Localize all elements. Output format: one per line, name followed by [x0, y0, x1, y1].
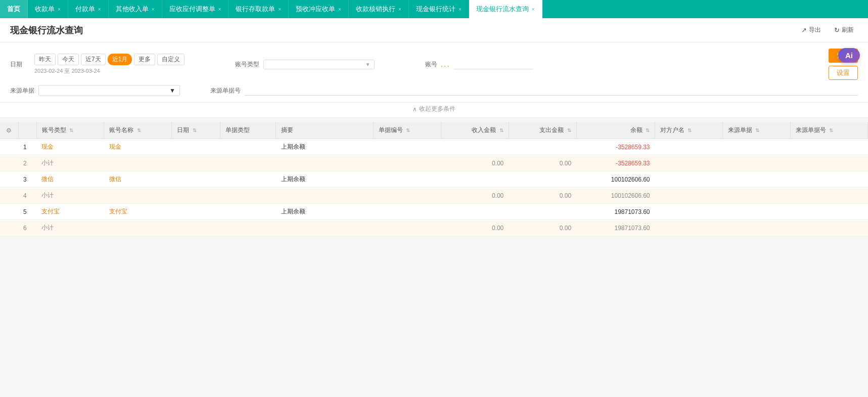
- nav-item-bank-deposit[interactable]: 银行存取款单 ×: [229, 0, 289, 18]
- table-cell: 19871073.60: [576, 220, 655, 236]
- refresh-button[interactable]: ↻ 刷新: [830, 24, 858, 36]
- table-cell: 0.00: [441, 188, 509, 204]
- table-cell: 小计: [36, 155, 104, 171]
- table-cell: [374, 188, 441, 204]
- table-header: ⚙ 账号类型 ⇅ 账号名称 ⇅ 日期 ⇅ 单据类型 摘要: [0, 122, 868, 139]
- account-input[interactable]: [453, 60, 533, 69]
- table-cell: [172, 188, 220, 204]
- column-source-doc[interactable]: 来源单据 ⇅: [722, 122, 790, 139]
- sort-icon: ⇅: [829, 127, 833, 133]
- column-expense[interactable]: 支出金额 ⇅: [509, 122, 576, 139]
- table-cell: [374, 220, 441, 236]
- table-cell: [655, 188, 723, 204]
- table-body: 1现金现金上期余额-3528659.332小计0.000.00-3528659.…: [0, 139, 868, 236]
- table-cell: [104, 220, 172, 236]
- table-cell: [220, 139, 276, 155]
- account-type-select[interactable]: ▼: [263, 60, 375, 69]
- table-cell: [655, 171, 723, 188]
- collapse-button[interactable]: ∧ 收起更多条件: [413, 105, 455, 113]
- export-button[interactable]: ↗ 导出: [797, 24, 825, 36]
- table-cell: [220, 155, 276, 171]
- nav-item-ar-ap-adjust[interactable]: 应收应付调整单 ×: [162, 0, 229, 18]
- close-icon[interactable]: ×: [58, 7, 61, 12]
- table-cell: 100102606.60: [576, 171, 655, 188]
- nav-item-writeoff[interactable]: 收款核销执行 ×: [349, 0, 409, 18]
- column-account-name[interactable]: 账号名称 ⇅: [104, 122, 172, 139]
- date-btn-1month[interactable]: 近1月: [108, 54, 132, 65]
- column-doc-no[interactable]: 单据编号 ⇅: [374, 122, 441, 139]
- sort-icon: ⇅: [137, 127, 141, 133]
- table-cell: [0, 171, 18, 188]
- sort-icon: ⇅: [567, 127, 571, 133]
- source-doc-select[interactable]: ▼: [38, 85, 180, 96]
- nav-item-receipt[interactable]: 收款单 ×: [28, 0, 68, 18]
- table-cell: [509, 139, 576, 155]
- nav-item-cash-flow-query[interactable]: 现金银行流水查询 ×: [469, 0, 542, 18]
- column-source-no[interactable]: 来源单据号 ⇅: [790, 122, 867, 139]
- table-cell: [0, 139, 18, 155]
- source-num-input[interactable]: [245, 86, 858, 96]
- table-cell: [722, 204, 790, 220]
- date-btn-7days[interactable]: 近7天: [81, 54, 106, 65]
- settings-button[interactable]: 设置: [829, 66, 858, 80]
- table-cell: [220, 204, 276, 220]
- close-icon[interactable]: ×: [152, 7, 155, 12]
- column-account-type[interactable]: 账号类型 ⇅: [36, 122, 104, 139]
- table-cell: 微信: [104, 171, 172, 188]
- nav-item-home[interactable]: 首页: [0, 0, 28, 18]
- date-btn-today[interactable]: 今天: [58, 54, 79, 65]
- close-icon[interactable]: ×: [459, 7, 462, 12]
- table-cell: [276, 188, 374, 204]
- table-cell: [104, 188, 172, 204]
- top-navigation: 首页 收款单 × 付款单 × 其他收入单 × 应收应付调整单 × 银行存取款单 …: [0, 0, 868, 18]
- date-filter-group: 日期 昨天 今天 近7天 近1月 更多 自定义 2023-02-24 至 202…: [10, 54, 185, 75]
- account-label: 账号: [425, 60, 437, 69]
- table-cell: 支付宝: [104, 204, 172, 220]
- table-cell: 6: [18, 220, 36, 236]
- table-cell: 微信: [36, 171, 104, 188]
- column-income[interactable]: 收入金额 ⇅: [441, 122, 509, 139]
- nav-item-prepay-offset[interactable]: 预收冲应收单 ×: [289, 0, 349, 18]
- nav-label-other-income: 其他收入单: [116, 5, 149, 14]
- date-btn-custom[interactable]: 自定义: [157, 54, 185, 65]
- chevron-down-icon: ▼: [365, 62, 370, 67]
- nav-item-cash-stats[interactable]: 现金银行统计 ×: [409, 0, 469, 18]
- close-icon[interactable]: ×: [398, 7, 401, 12]
- column-index: [18, 122, 36, 139]
- column-doc-type[interactable]: 单据类型: [220, 122, 276, 139]
- collapse-bar: ∧ 收起更多条件: [0, 103, 868, 118]
- close-icon[interactable]: ×: [218, 7, 221, 12]
- page-title: 现金银行流水查询: [10, 24, 83, 36]
- close-icon[interactable]: ×: [532, 7, 535, 12]
- table-cell: 现金: [36, 139, 104, 155]
- column-summary[interactable]: 摘要: [276, 122, 374, 139]
- nav-item-other-income[interactable]: 其他收入单 ×: [109, 0, 162, 18]
- column-date[interactable]: 日期 ⇅: [172, 122, 220, 139]
- column-balance[interactable]: 余额 ⇅: [576, 122, 655, 139]
- source-num-filter-group: 来源单据号: [210, 86, 858, 96]
- refresh-icon: ↻: [834, 26, 840, 34]
- close-icon[interactable]: ×: [338, 7, 341, 12]
- account-dots-button[interactable]: ...: [440, 60, 450, 69]
- ai-badge[interactable]: Ai: [838, 48, 860, 63]
- table-cell: [104, 155, 172, 171]
- date-btn-more[interactable]: 更多: [134, 54, 155, 65]
- table-cell: [374, 139, 441, 155]
- table-row: 3微信微信上期余额100102606.60: [0, 171, 868, 188]
- close-icon[interactable]: ×: [98, 7, 101, 12]
- table-cell: [374, 204, 441, 220]
- date-btn-yesterday[interactable]: 昨天: [34, 54, 56, 65]
- account-filter-group: 账号 ...: [425, 60, 533, 69]
- source-doc-label: 来源单据: [10, 86, 34, 95]
- table-cell: 支付宝: [36, 204, 104, 220]
- column-settings[interactable]: ⚙: [0, 122, 18, 139]
- nav-item-payment[interactable]: 付款单 ×: [68, 0, 109, 18]
- nav-label-prepay-offset: 预收冲应收单: [296, 5, 335, 14]
- column-counterpart[interactable]: 对方户名 ⇅: [655, 122, 723, 139]
- table-cell: [722, 171, 790, 188]
- export-icon: ↗: [801, 26, 807, 34]
- table-cell: [655, 139, 723, 155]
- collapse-icon: ∧: [413, 106, 417, 113]
- sort-icon: ⇅: [499, 127, 504, 133]
- close-icon[interactable]: ×: [278, 7, 281, 12]
